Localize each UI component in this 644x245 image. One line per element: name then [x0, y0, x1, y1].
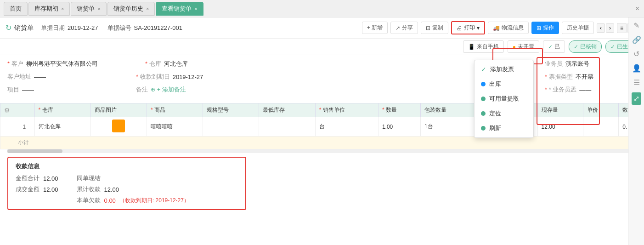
deal-amount-label: 成交金额 — [16, 185, 40, 194]
doc-meta: 单据日期 2019-12-27 单据编号 SA-20191227-001 — [41, 24, 355, 32]
doc-date-label: 单据日期 — [41, 24, 65, 32]
tab-view-sales-close[interactable]: × — [194, 6, 197, 11]
tab-home[interactable]: 首页 — [4, 2, 28, 16]
project-field: 项目 —— — [7, 85, 99, 94]
verify-button[interactable]: ✓ 已 — [543, 40, 565, 53]
subtotal-row: 小计 — [0, 137, 644, 149]
row-product: 嘻嘻嘻嘻 — [147, 117, 203, 137]
window-close-button[interactable]: × — [635, 5, 639, 13]
operate-label: 操作 — [543, 24, 554, 32]
doc-num-field: 单据编号 SA-20191227-001 — [107, 24, 183, 32]
col-current-qty: 现存量 — [537, 103, 583, 117]
gear-icon[interactable]: ⚙ — [4, 107, 10, 114]
due-date-label: 收款到期日 — [136, 73, 170, 81]
doc-num-label: 单据编号 — [107, 24, 131, 32]
product-table: ⚙ * 仓库 商品图片 * 商品 规格型号 最低库存 * 销售单位 * 数量 包… — [0, 103, 644, 149]
info-col-right: 同单现结 —— 累计收款 12.00 本单欠款 0.00 （收款到期日: 201… — [77, 174, 189, 205]
open-ticket-button[interactable]: ● 未开票 — [508, 40, 539, 53]
tab-sales-label: 销货单 — [77, 5, 95, 13]
prev-button[interactable]: ‹ — [597, 23, 605, 33]
logistics-button[interactable]: 🚚 物流信息 — [488, 22, 529, 34]
new-button[interactable]: + 新增 — [362, 22, 388, 34]
row-warehouse: 河北仓库 — [34, 117, 90, 137]
deal-amount-row: 成交金额 12.00 — [16, 185, 58, 194]
row-price — [583, 117, 619, 137]
due-date-value: 2019-12-27 — [173, 74, 203, 80]
tab-sales-close[interactable]: × — [97, 6, 100, 11]
row-current-qty: 12.00 — [537, 117, 583, 137]
sidebar-edit-icon[interactable]: ✎ — [633, 21, 639, 30]
total-amount-value: 12.00 — [43, 175, 58, 182]
dropdown-refresh[interactable]: 刷新 — [475, 121, 533, 136]
next-button[interactable]: › — [606, 23, 614, 33]
logistics-icon: 🚚 — [493, 25, 500, 31]
tab-inventory-close[interactable]: × — [61, 6, 64, 11]
refresh-label: 刷新 — [489, 124, 501, 132]
warehouse-field: 仓库 河北仓库 — [145, 60, 237, 68]
tab-sales[interactable]: 销货单 × — [71, 2, 106, 16]
col-pkg-qty: 包装数量 — [421, 103, 477, 117]
customer-label: 客户 — [7, 60, 23, 68]
copy-button[interactable]: ⊡ 复制 — [421, 22, 448, 34]
dropdown-add-invoice[interactable]: ✓ 添加发票 — [475, 62, 533, 77]
col-spec: 规格型号 — [203, 103, 259, 117]
tab-home-label: 首页 — [10, 5, 22, 13]
print-label: 打印 — [464, 24, 475, 32]
warehouse-label: 仓库 — [145, 60, 161, 68]
product-image — [112, 120, 125, 132]
operate-icon: ⊞ — [537, 25, 541, 31]
add-remark-icon: ⊕ — [151, 86, 155, 93]
table-header-row: ⚙ * 仓库 商品图片 * 商品 规格型号 最低库存 * 销售单位 * 数量 包… — [0, 103, 644, 117]
scrollbar-thumb[interactable] — [7, 149, 62, 153]
col-num — [14, 103, 35, 117]
horizontal-scrollbar[interactable] — [7, 149, 637, 153]
col-settings: ⚙ — [0, 103, 14, 117]
operate-button[interactable]: ⊞ 操作 — [531, 22, 559, 34]
cumulative-receipt-row: 累计收款 12.00 — [77, 185, 189, 194]
sidebar-expand-icon[interactable]: ⤢ — [632, 92, 641, 105]
add-remark-label: + 添加备注 — [157, 86, 186, 93]
history-button[interactable]: 历史单据 — [562, 22, 594, 34]
col-warehouse: * 仓库 — [34, 103, 90, 117]
tab-view-sales[interactable]: 查看销货单 × — [156, 2, 203, 16]
salesman2-field: * 业务员孟 —— — [545, 85, 637, 94]
verified-button[interactable]: ✓ 已核销 — [569, 40, 602, 53]
doc-header: ↻ 销货单 单据日期 2019-12-27 单据编号 SA-20191227-0… — [0, 17, 644, 39]
effective-icon: ✓ — [610, 44, 615, 50]
share-button[interactable]: ↗ 分享 — [390, 22, 418, 34]
right-sidebar: ✎ 🔗 ↺ 👤 ☰ ⤢ — [628, 17, 644, 245]
from-phone-button[interactable]: 📱 来自手机 — [463, 40, 504, 53]
sidebar-list-icon[interactable]: ☰ — [633, 78, 640, 87]
address-value: —— — [34, 74, 46, 80]
doc-date-field: 单据日期 2019-12-27 — [41, 24, 98, 32]
tab-sales-history-label: 销货单历史 — [113, 5, 143, 13]
open-ticket-label: 未开票 — [518, 43, 534, 51]
share-icon: ↗ — [395, 25, 400, 31]
remark-label: 备注 — [136, 85, 148, 94]
header-actions: + 新增 ↗ 分享 ⊡ 复制 🖨 打印 ▾ 🚚 物流信息 — [362, 21, 638, 34]
project-label: 项目 — [7, 85, 19, 94]
add-remark-button[interactable]: ⊕ + 添加备注 — [151, 85, 186, 94]
customer-value: 柳州粤港平安气体有限公司 — [26, 60, 98, 68]
dropdown-qty-extract[interactable]: 可用量提取 — [475, 91, 533, 106]
info-panel-title: 收款信息 — [16, 162, 238, 171]
warehouse-value: 河北仓库 — [164, 60, 188, 68]
form-row-1: 客户 柳州粤港平安气体有限公司 仓库 河北仓库 业务员 演示账号 — [7, 60, 637, 68]
dropdown-outbound[interactable]: 出库 — [475, 77, 533, 91]
project-value: —— — [22, 86, 34, 93]
ticket-type-value: 不开票 — [576, 73, 593, 81]
doc-date-value: 2019-12-27 — [68, 24, 98, 31]
check-icon: ✓ — [481, 66, 486, 73]
sidebar-refresh-icon[interactable]: ↺ — [633, 50, 639, 58]
tab-inventory[interactable]: 库存期初 × — [28, 2, 70, 16]
print-button[interactable]: 🖨 打印 ▾ — [451, 21, 485, 34]
sidebar-user-icon[interactable]: 👤 — [632, 64, 641, 73]
dropdown-locate[interactable]: 定位 — [475, 106, 533, 121]
tab-sales-history-close[interactable]: × — [146, 6, 149, 11]
sidebar-link-icon[interactable]: 🔗 — [632, 35, 641, 44]
salesman-label: 业务员 — [545, 60, 563, 68]
total-amount-label: 金额合计 — [16, 174, 40, 182]
tab-sales-history[interactable]: 销货单历史 × — [107, 2, 155, 16]
list-view-button[interactable]: ≡ — [617, 23, 627, 33]
open-ticket-icon: ● — [513, 44, 516, 50]
